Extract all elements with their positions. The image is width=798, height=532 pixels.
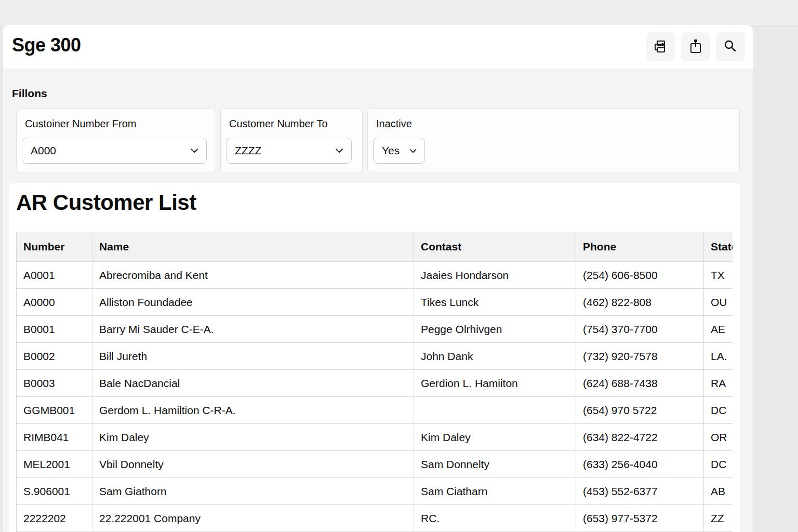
column-header-contact: Contast <box>414 232 576 262</box>
cell-name: Bale NacDancial <box>92 370 414 397</box>
cell-state: OR <box>704 424 733 451</box>
app-content: Fillons Custoiner Number From A000 Custo… <box>3 69 753 532</box>
report-title: AR Customer List <box>16 190 196 215</box>
cell-state: LA. <box>704 343 733 370</box>
print-button[interactable] <box>646 32 675 61</box>
search-button[interactable] <box>716 32 745 61</box>
cell-contact: RC. <box>414 505 576 532</box>
table-row: B0001Barry Mi Sauder C-E-A.Pegge Olrhivg… <box>17 316 733 343</box>
filter-customer-number-to: Customer Number To ZZZZ <box>220 108 363 173</box>
filter-label: Inactive <box>376 118 412 130</box>
column-header-name: Name <box>92 232 414 262</box>
cell-name: Kim Daley <box>92 424 414 451</box>
cell-number: B0001 <box>17 316 92 343</box>
table-row: A0001Abrecromiba and KentJaaies Hondarso… <box>17 262 733 289</box>
table-row: A0000Alliston FoundadeeTikes Lunck(462) … <box>17 289 733 316</box>
cell-phone: (624) 688-7438 <box>576 370 704 397</box>
filters-section-label: Fillons <box>12 87 47 100</box>
export-icon <box>687 38 704 55</box>
chevron-down-icon <box>190 148 199 154</box>
app-header: Sge 300 <box>3 25 753 69</box>
cell-phone: (654) 970 5722 <box>576 397 704 424</box>
cell-contact: John Dank <box>414 343 576 370</box>
cell-state: TX <box>704 262 733 289</box>
select-value: ZZZZ <box>235 144 261 157</box>
table-row: 222220222.222001 CompanyRC.(653) 977-537… <box>17 505 733 532</box>
column-header-number: Number <box>17 232 92 262</box>
cell-phone: (633) 256-4040 <box>576 451 704 478</box>
table-row: MEL2001Vbil DonneltySam Donnelty(633) 25… <box>17 451 733 478</box>
table-row: GGMB001Gerdom L. Hamiltion C-R-A.(654) 9… <box>17 397 733 424</box>
cell-state: RA <box>704 370 733 397</box>
chevron-down-icon <box>335 148 344 154</box>
table-head: NumberNameContastPhoneState/Prox <box>17 232 733 262</box>
app-window: Sge 300 <box>3 25 753 532</box>
cell-phone: (754) 370-7700 <box>576 316 704 343</box>
filter-customer-number-from: Custoiner Number From A000 <box>16 108 216 173</box>
customer-table: NumberNameContastPhoneState/Prox A0001Ab… <box>16 232 733 532</box>
cell-state: AB <box>704 478 733 505</box>
cell-number: S.906001 <box>17 478 92 505</box>
cell-name: 22.222001 Company <box>92 505 414 532</box>
cell-contact: Kim Daley <box>414 424 576 451</box>
cell-number: RIMB041 <box>17 424 92 451</box>
cell-phone: (732) 920-7578 <box>576 343 704 370</box>
cell-state: OU <box>704 289 733 316</box>
inactive-select[interactable]: Yes <box>373 138 425 164</box>
customer-number-to-select[interactable]: ZZZZ <box>226 138 352 164</box>
cell-contact: Sam Ciatharn <box>414 478 576 505</box>
cell-contact: Tikes Lunck <box>414 289 576 316</box>
app-title: Sge 300 <box>12 34 81 56</box>
table-row: RIMB041Kim DaleyKim Daley(634) 822-4722O… <box>17 424 733 451</box>
cell-state: ZZ <box>704 505 733 532</box>
report-panel: AR Customer List NumberNameContastPhoneS… <box>9 183 740 532</box>
cell-name: Gerdom L. Hamiltion C-R-A. <box>92 397 414 424</box>
cell-phone: (453) 552-6377 <box>576 478 704 505</box>
cell-state: AE <box>704 316 733 343</box>
header-row: NumberNameContastPhoneState/Prox <box>17 232 733 262</box>
cell-number: MEL2001 <box>17 451 92 478</box>
header-actions <box>646 32 745 61</box>
filter-inactive: Inactive Yes <box>367 108 740 173</box>
search-icon <box>722 38 739 55</box>
cell-name: Sam Giathorn <box>92 478 414 505</box>
filter-label: Custoiner Number From <box>25 118 137 130</box>
select-value: Yes <box>382 144 400 157</box>
cell-contact: Pegge Olrhivgen <box>414 316 576 343</box>
column-header-phone: Phone <box>576 232 704 262</box>
cell-number: A0000 <box>17 289 92 316</box>
cell-contact <box>414 397 576 424</box>
cell-number: 2222202 <box>17 505 92 532</box>
window-top-strip <box>0 0 798 25</box>
cell-phone: (462) 822-808 <box>576 289 704 316</box>
cell-name: Bill Jureth <box>92 343 414 370</box>
cell-contact: Jaaies Hondarson <box>414 262 576 289</box>
column-header-state: State/Prox <box>704 232 733 262</box>
filter-label: Customer Number To <box>229 118 328 130</box>
print-icon <box>653 38 669 55</box>
cell-contact: Gerdion L. Hamiiton <box>414 370 576 397</box>
cell-name: Barry Mi Sauder C-E-A. <box>92 316 414 343</box>
cell-contact: Sam Donnelty <box>414 451 576 478</box>
customer-number-from-select[interactable]: A000 <box>22 138 207 164</box>
cell-number: B0002 <box>17 343 92 370</box>
cell-phone: (254) 606-8500 <box>576 262 704 289</box>
cell-number: GGMB001 <box>17 397 92 424</box>
cell-state: DC <box>704 397 733 424</box>
cell-state: DC <box>704 451 733 478</box>
cell-number: B0003 <box>17 370 92 397</box>
cell-number: A0001 <box>17 262 92 289</box>
table-row: S.906001Sam GiathornSam Ciatharn(453) 55… <box>17 478 733 505</box>
chevron-down-icon <box>409 148 417 154</box>
select-value: A000 <box>31 144 56 157</box>
table-body: A0001Abrecromiba and KentJaaies Hondarso… <box>17 262 733 532</box>
table-row: B0003Bale NacDancialGerdion L. Hamiiton(… <box>17 370 733 397</box>
cell-phone: (634) 822-4722 <box>576 424 704 451</box>
table-container: NumberNameContastPhoneState/Prox A0001Ab… <box>16 232 733 532</box>
cell-name: Vbil Donnelty <box>92 451 414 478</box>
table-row: B0002Bill JurethJohn Dank(732) 920-7578L… <box>17 343 733 370</box>
cell-name: Alliston Foundadee <box>92 289 414 316</box>
cell-name: Abrecromiba and Kent <box>92 262 414 289</box>
cell-phone: (653) 977-5372 <box>576 505 704 532</box>
export-button[interactable] <box>681 32 710 61</box>
